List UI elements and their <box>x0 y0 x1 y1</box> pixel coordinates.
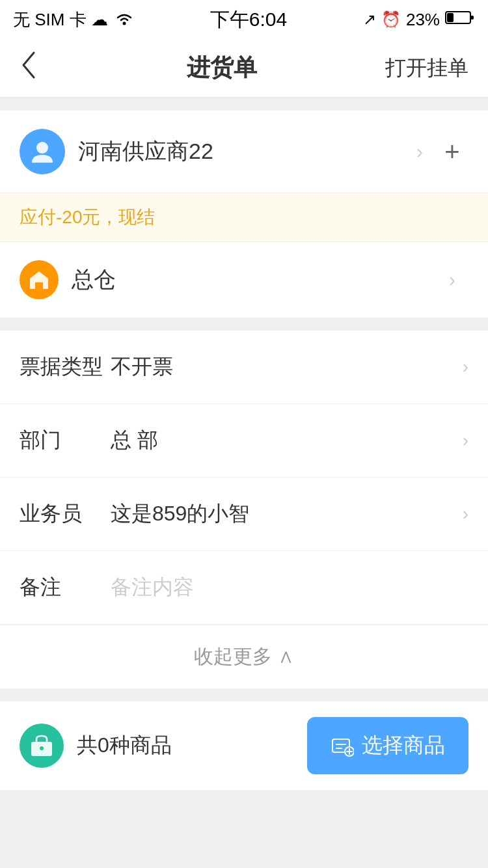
product-bar: 共0种商品 选择商品 <box>0 701 488 790</box>
wifi-icon <box>115 10 134 30</box>
staff-chevron-icon: › <box>463 504 468 524</box>
add-supplier-button[interactable]: + <box>436 135 468 168</box>
section-gap-1 <box>0 98 488 111</box>
form-section: 票据类型 不开票 › 部门 总 部 › 业务员 这是859的小智 › 备注 备注… <box>0 331 488 688</box>
svg-rect-2 <box>470 16 474 20</box>
svg-point-7 <box>40 746 44 750</box>
svg-point-4 <box>36 142 48 154</box>
warehouse-name: 总仓 <box>72 265 449 295</box>
staff-value: 这是859的小智 <box>111 500 463 528</box>
status-left: 无 SIM 卡 ☁ <box>13 8 134 31</box>
svg-point-0 <box>122 21 126 25</box>
supplier-name: 河南供应商22 <box>78 137 416 167</box>
nav-bar: 进货单 打开挂单 <box>0 39 488 98</box>
svg-rect-3 <box>447 13 454 22</box>
status-time: 下午6:04 <box>210 7 287 33</box>
staff-label: 业务员 <box>20 500 104 528</box>
battery-icon <box>445 10 475 30</box>
invoice-chevron-icon: › <box>463 357 468 377</box>
payable-notice: 应付-20元，现结 <box>0 193 488 241</box>
invoice-type-value: 不开票 <box>111 353 463 381</box>
warehouse-chevron-icon: › <box>449 269 455 291</box>
department-chevron-icon: › <box>463 430 468 451</box>
back-button[interactable] <box>20 50 59 86</box>
remark-input[interactable]: 备注内容 <box>111 573 468 602</box>
alarm-icon: ⏰ <box>381 10 401 29</box>
open-pending-button[interactable]: 打开挂单 <box>385 54 468 83</box>
staff-row[interactable]: 业务员 这是859的小智 › <box>0 478 488 551</box>
remark-label: 备注 <box>20 573 104 602</box>
select-product-button[interactable]: 选择商品 <box>307 717 468 774</box>
page-title: 进货单 <box>187 52 257 84</box>
department-row[interactable]: 部门 总 部 › <box>0 404 488 478</box>
product-count: 共0种商品 <box>77 731 294 760</box>
supplier-row[interactable]: 河南供应商22 › + <box>0 111 488 193</box>
warehouse-row[interactable]: 总仓 › <box>0 241 488 318</box>
svg-rect-5 <box>35 282 43 289</box>
select-product-label: 选择商品 <box>362 731 445 760</box>
department-label: 部门 <box>20 426 104 455</box>
sim-label: 无 SIM 卡 ☁ <box>13 8 108 31</box>
remark-row[interactable]: 备注 备注内容 <box>0 551 488 625</box>
supplier-avatar <box>20 129 65 174</box>
supplier-chevron-icon: › <box>416 141 423 163</box>
location-icon: ↗ <box>363 10 376 29</box>
collapse-row[interactable]: 收起更多 ∧ <box>0 625 488 688</box>
status-right: ↗ ⏰ 23% <box>363 10 475 30</box>
department-value: 总 部 <box>111 426 463 455</box>
product-icon <box>20 724 64 768</box>
invoice-type-label: 票据类型 <box>20 353 104 381</box>
supplier-card: 河南供应商22 › + 应付-20元，现结 总仓 › <box>0 111 488 318</box>
invoice-type-row[interactable]: 票据类型 不开票 › <box>0 331 488 404</box>
warehouse-icon <box>20 260 59 299</box>
collapse-label: 收起更多 ∧ <box>194 644 293 670</box>
status-bar: 无 SIM 卡 ☁ 下午6:04 ↗ ⏰ 23% <box>0 0 488 39</box>
battery-percent: 23% <box>406 10 440 30</box>
